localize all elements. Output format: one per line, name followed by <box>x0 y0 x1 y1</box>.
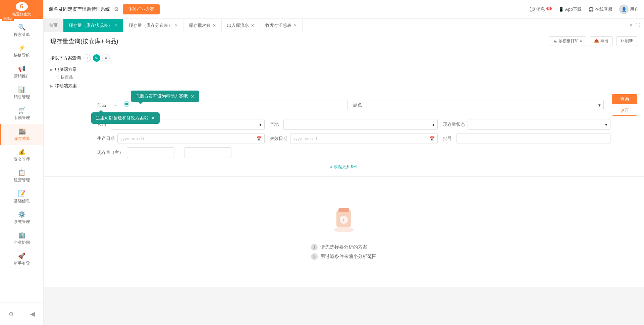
online-service-btn[interactable]: 🎧 在线客服 <box>588 6 612 12</box>
sidebar-item-label: 经营管理 <box>14 177 30 183</box>
color-select[interactable]: ▾ <box>367 100 604 110</box>
tooltip-scheme-close[interactable]: ✕ <box>191 94 195 99</box>
purchase-icon: 🛒 <box>18 107 25 114</box>
svg-text::(: :( <box>342 217 345 222</box>
expire-date-cal-icon: 📅 <box>429 136 435 141</box>
message-icon: 💬 <box>530 7 535 12</box>
scheme-sub-item[interactable]: □按照品 <box>50 74 637 80</box>
online-service-label: 在线客服 <box>595 6 612 12</box>
header: 装备及固定资产辅助管理系统 ⚙ 体验行业方案 💬 消息 6 📱 App下载 🎧 … <box>44 0 644 19</box>
tab-close-receive-summary[interactable]: ✕ <box>293 23 297 28</box>
refresh-btn[interactable]: ↻ 刷新 <box>616 36 637 46</box>
user-profile-btn[interactable]: 👤 用户 <box>619 5 639 14</box>
expire-date-input[interactable]: yyyy-mm-dd 📅 <box>290 133 437 144</box>
app-download-btn[interactable]: 📱 App下载 <box>558 6 582 12</box>
sidebar-item-system[interactable]: ⚙️ 系统管理 <box>0 207 43 228</box>
export-btn[interactable]: 📤 导出 <box>590 36 612 46</box>
sidebar-item-basicinfo[interactable]: 📝 基础信息 <box>0 186 43 207</box>
header-right: 💬 消息 6 📱 App下载 🎧 在线客服 👤 用户 <box>530 5 639 14</box>
tab-close-inout-flow[interactable]: ✕ <box>251 23 254 28</box>
message-btn[interactable]: 💬 消息 6 <box>530 6 552 12</box>
stock-status-select[interactable]: ▾ <box>468 119 610 130</box>
scheme-pc-label: 电脑端方案 <box>55 66 77 72</box>
header-settings-icon[interactable]: ⚙ <box>114 6 119 12</box>
collapse-icon: ◀ <box>30 310 35 318</box>
tip-1-num: 1 <box>311 244 318 251</box>
page-title: 现存量查询(按仓库+商品) <box>50 37 118 45</box>
scheme-tree-mobile[interactable]: ▶ 移动端方案 <box>50 82 637 90</box>
inventory-icon: 🏬 <box>18 127 26 135</box>
svg-rect-2 <box>338 208 349 212</box>
sidebar-collapse-btn[interactable]: ◀ <box>30 308 35 320</box>
sidebar-item-finance[interactable]: 💰 资金管理 <box>0 145 43 166</box>
stock-status-arrow: ▾ <box>605 122 607 127</box>
sidebar-settings-btn[interactable]: ⚙ <box>8 308 14 320</box>
sidebar-item-guide[interactable]: 🚀 新手引导 <box>0 249 43 270</box>
sidebar-item-enterprise[interactable]: 🏢 企业协同 <box>0 228 43 249</box>
reset-btn[interactable]: 设置 <box>612 106 637 116</box>
sidebar: 6 畅通好生意 标准版 🔍 搜索菜单 ⚡ 快捷导航 📢 营销推广 📊 销售管理 … <box>0 0 44 325</box>
tooltip-create-close[interactable]: ✕ <box>151 115 155 121</box>
sidebar-item-marketing[interactable]: 📢 营销推广 <box>0 62 43 83</box>
empty-tip-1: 1 请先选择要分析的方案 <box>311 244 377 251</box>
filter-group-expire-date: 失效日期 yyyy-mm-dd 📅 <box>270 133 437 144</box>
filter-area: 按以下方案查询 + ✎ « ▶ 电脑端方案 □按照品 <box>44 50 644 177</box>
scheme-tree-pc[interactable]: ▶ 电脑端方案 <box>50 65 637 74</box>
system-name: 装备及固定资产辅助管理系统 <box>49 6 110 12</box>
sidebar-item-label: 快捷导航 <box>14 53 30 58</box>
add-scheme-btn[interactable]: + <box>84 54 91 62</box>
tab-batch-ledger[interactable]: 库存批次账 ✕ <box>183 19 222 32</box>
sidebar-item-operations[interactable]: 📋 经营管理 <box>0 166 43 186</box>
tab-inventory-dist[interactable]: 现存量（库存分布表） ✕ <box>123 19 183 32</box>
tabbar-close-icon[interactable]: ✕ <box>629 23 633 28</box>
sidebar-item-quicknav[interactable]: ⚡ 快捷导航 <box>0 41 43 62</box>
origin-select[interactable]: ▾ <box>283 119 437 130</box>
sales-icon: 📊 <box>18 86 25 93</box>
tab-inventory-dist-label: 现存量（库存分布表） <box>129 22 172 29</box>
sidebar-item-inventory[interactable]: 🏬 库存核算 <box>0 124 43 145</box>
header-left: 装备及固定资产辅助管理系统 ⚙ 体验行业方案 <box>49 4 160 14</box>
filter-group-stock-main: 现存量（主） — <box>97 147 231 158</box>
tabbar-fullscreen-icon[interactable]: ⛶ <box>636 23 640 28</box>
stock-main-max[interactable] <box>184 147 232 158</box>
edit-scheme-btn[interactable]: ✎ <box>93 54 100 62</box>
export-label: 导出 <box>600 39 608 43</box>
sidebar-item-sales[interactable]: 📊 销售管理 <box>0 83 43 103</box>
tab-receive-summary[interactable]: 收发存汇总表 ✕ <box>260 19 303 32</box>
template-print-btn[interactable]: 🖨 按模板打印 ▾ <box>549 36 586 46</box>
sidebar-item-purchase[interactable]: 🛒 采购管理 <box>0 103 43 124</box>
sidebar-item-search[interactable]: 🔍 搜索菜单 <box>0 20 43 41</box>
tab-inout-flow[interactable]: 出入库流水 ✕ <box>222 19 260 32</box>
system-icon: ⚙️ <box>18 211 25 218</box>
tree-arrow-mobile: ▶ <box>50 84 53 88</box>
tab-close-inventory-dist[interactable]: ✕ <box>174 23 178 28</box>
filter-group-origin: 产地 ▾ <box>270 119 437 130</box>
produce-date-input[interactable]: yyyy-mm-dd 📅 <box>117 133 265 144</box>
filter-row-3: 生产日期 yyyy-mm-dd 📅 失效日期 yyyy-mm-dd 📅 <box>50 133 637 144</box>
logo-icon: 6 <box>16 2 28 11</box>
collapse-filter-btn[interactable]: ∧ 收起更多条件 <box>50 161 637 172</box>
tip-1-text: 请先选择要分析的方案 <box>320 244 367 250</box>
stock-status-label: 现存量状态 <box>443 121 465 127</box>
batch-no-input[interactable] <box>457 133 610 144</box>
template-print-arrow: ▾ <box>580 39 582 44</box>
settings-icon: ⚙ <box>8 310 14 318</box>
basicinfo-icon: 📝 <box>18 190 25 197</box>
page-header-actions: 🖨 按模板打印 ▾ 📤 导出 ↻ 刷新 <box>549 36 637 46</box>
trial-btn[interactable]: 体验行业方案 <box>123 4 160 14</box>
sidebar-item-label: 资金管理 <box>14 157 30 162</box>
tooltip-scheme-tip: 电脑方案可设为移动方案哦 ✕ <box>131 91 199 102</box>
tab-close-batch-ledger[interactable]: ✕ <box>213 23 216 28</box>
batch-no-label: 批号 <box>443 136 454 142</box>
tooltip-scheme-text: 电脑方案可设为移动方案哦 <box>136 93 188 99</box>
empty-tips: 1 请先选择要分析的方案 2 用过滤条件来缩小分析范围 <box>311 244 377 260</box>
enterprise-icon: 🏢 <box>18 231 25 239</box>
page-content: 现存量查询(按仓库+商品) 🖨 按模板打印 ▾ 📤 导出 ↻ 刷新 <box>44 32 644 325</box>
tab-close-inventory-status[interactable]: ✕ <box>114 23 118 28</box>
search-btn[interactable]: 查询 <box>612 94 637 104</box>
stock-main-min[interactable] <box>127 147 174 158</box>
tab-home[interactable]: 首页 <box>44 19 63 32</box>
tab-inventory-status[interactable]: 现存量（库存状况表） ✕ <box>63 19 123 32</box>
produce-date-label: 生产日期 <box>97 136 115 142</box>
back-btn[interactable]: « <box>102 54 110 62</box>
